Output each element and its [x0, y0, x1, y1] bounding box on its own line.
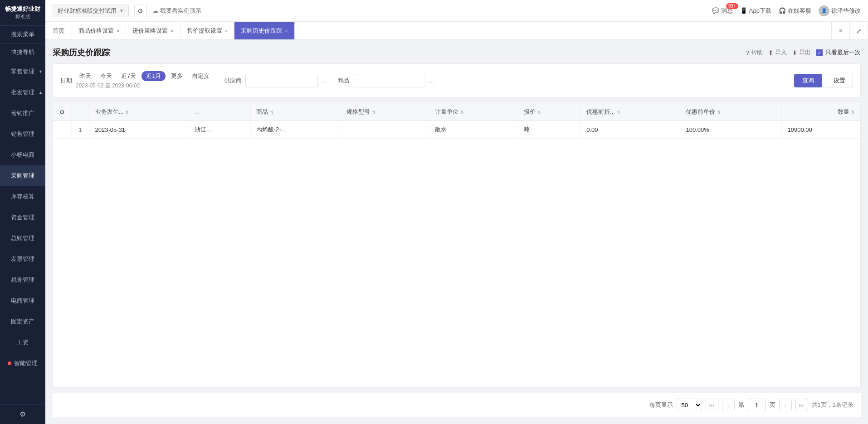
sidebar-item-marketing[interactable]: 营销推广 [0, 103, 45, 124]
th-pre-discount-price[interactable]: 优惠前单价 ⇅ [680, 103, 782, 121]
sidebar-item-wholesale[interactable]: 批发管理 [0, 82, 45, 103]
page-last-button[interactable]: ⏭ [795, 399, 808, 411]
supplier-ellipsis[interactable]: ... [322, 77, 327, 84]
th-biz-date-sort[interactable]: 业务发生... ⇅ [95, 108, 183, 116]
supplier-filter-group: 供应商 ... [224, 74, 327, 87]
tab-purchase-strategy-label: 进价策略设置 [132, 27, 168, 35]
sidebar-item-search[interactable]: 搜索菜单 [0, 26, 45, 43]
tab-goods-price-close[interactable]: × [117, 28, 119, 34]
only-last-check-icon[interactable]: ✓ [816, 49, 823, 56]
user-menu[interactable]: 👤 徐泽华修改 [819, 5, 861, 16]
topbar-gear-icon[interactable]: ⚙ [134, 5, 147, 17]
sidebar-item-retail[interactable]: 零售管理 [0, 61, 45, 82]
sidebar-item-inventory[interactable]: 库存核算 [0, 186, 45, 207]
tab-home[interactable]: 首页 [45, 22, 72, 39]
th-unit[interactable]: 计量单位 ⇅ [429, 103, 518, 121]
sidebar-item-general-ledger[interactable]: 总账管理 [0, 228, 45, 249]
tab-purchase-history[interactable]: 采购历史价跟踪 × [234, 22, 294, 39]
demo-label: 我要看实例演示 [160, 7, 201, 15]
import-icon: ⬆ [768, 49, 773, 56]
online-service-button[interactable]: 🎧 在线客服 [779, 7, 811, 15]
help-label: 帮助 [751, 48, 763, 57]
tab-purchase-history-label: 采购历史价跟踪 [241, 27, 282, 35]
sidebar-item-purchase[interactable]: 采购管理 [0, 165, 45, 186]
tab-purchase-history-close[interactable]: × [285, 28, 288, 34]
td-row-gear [53, 121, 71, 139]
help-link[interactable]: ? 帮助 [746, 48, 763, 57]
demo-button[interactable]: ☁ 我要看实例演示 [152, 7, 201, 15]
supplier-input[interactable] [245, 74, 318, 87]
th-qty[interactable]: 数量 ⇅ [782, 103, 860, 121]
th-price-sort[interactable]: 报价 ⇅ [524, 108, 575, 116]
sidebar-item-invoice[interactable]: 发票管理 [0, 249, 45, 270]
th-biz-date[interactable]: 业务发生... ⇅ [89, 103, 189, 121]
tab-sale-price-close[interactable]: × [225, 28, 228, 34]
service-label: 在线客服 [788, 7, 811, 15]
date-opt-7days[interactable]: 近7天 [117, 71, 140, 81]
tab-expand-button[interactable]: ⤢ [850, 22, 868, 39]
sidebar-item-ecommerce-small[interactable]: 小畅电商 [0, 145, 45, 165]
messages-button[interactable]: 💬 消息 99+ [712, 7, 733, 15]
th-spec[interactable]: 规格型号 ⇅ [341, 103, 429, 121]
tab-goods-price[interactable]: 商品价格设置 × [72, 22, 126, 39]
table-header-row: ⚙ 业务发生... ⇅ ... 商品 ⇅ [53, 103, 860, 121]
tab-purchase-strategy[interactable]: 进价策略设置 × [126, 22, 180, 39]
page-first-button[interactable]: ⏮ [706, 399, 718, 411]
query-button[interactable]: 查询 [794, 74, 822, 87]
td-unit: 散水 [429, 121, 518, 139]
date-opt-today[interactable]: 今天 [97, 71, 116, 81]
sort-icon-pre-discount-price: ⇅ [717, 110, 721, 115]
th-price[interactable]: 报价 ⇅ [518, 103, 580, 121]
only-last-checkbox[interactable]: ✓ 只看最后一次 [816, 48, 861, 57]
page-size-select[interactable]: 50 20 100 200 [677, 399, 702, 411]
help-icon: ? [746, 49, 749, 56]
tab-purchase-strategy-close[interactable]: × [171, 28, 173, 34]
date-opt-1month[interactable]: 近1月 [141, 71, 166, 81]
app-logo: 畅捷通好业财 标准版 [0, 0, 45, 26]
th-qty-sort[interactable]: 数量 ⇅ [787, 108, 855, 116]
export-link[interactable]: ⬇ 导出 [792, 48, 811, 57]
page-content: 采购历史价跟踪 ? 帮助 ⬆ 导入 ⬇ 导出 ✓ 只看最后一次 [45, 40, 868, 424]
page-next-button[interactable]: › [779, 399, 792, 411]
sidebar-item-fixed-assets[interactable]: 固定资产 [0, 311, 45, 332]
goods-input[interactable] [353, 74, 425, 87]
export-label: 导出 [799, 48, 811, 57]
sidebar-item-finance[interactable]: 资金管理 [0, 207, 45, 228]
topbar: 好业财标准版交付试用 ▼ ⚙ ☁ 我要看实例演示 💬 消息 99+ 📱 App下… [45, 0, 868, 22]
sidebar-item-sales[interactable]: 销售管理 [0, 124, 45, 145]
sidebar-item-tax[interactable]: 税务管理 [0, 270, 45, 290]
main-area: 好业财标准版交付试用 ▼ ⚙ ☁ 我要看实例演示 💬 消息 99+ 📱 App下… [45, 0, 868, 424]
version-selector[interactable]: 好业财标准版交付试用 ▼ [53, 5, 129, 17]
th-discount[interactable]: 优惠前折... ⇅ [581, 103, 680, 121]
th-discount-sort[interactable]: 优惠前折... ⇅ [586, 108, 674, 116]
sidebar-item-quicknav[interactable]: 快捷导航 [0, 43, 45, 61]
date-opt-more[interactable]: 更多 [167, 71, 186, 81]
tab-sale-price[interactable]: 售价提取设置 × [180, 22, 234, 39]
goods-ellipsis[interactable]: ... [429, 77, 434, 84]
th-goods-sort[interactable]: 商品 ⇅ [256, 108, 335, 116]
date-opt-custom[interactable]: 自定义 [188, 71, 213, 81]
only-last-label: 只看最后一次 [825, 48, 861, 57]
user-label: 徐泽华修改 [831, 7, 861, 15]
setting-button[interactable]: 设置 [826, 74, 853, 87]
settings-gear-icon[interactable]: ⚙ [4, 410, 42, 419]
th-spec-sort[interactable]: 规格型号 ⇅ [346, 108, 424, 116]
page-number-input[interactable] [748, 399, 766, 411]
sidebar-item-smart[interactable]: 智能管理 [0, 353, 45, 374]
th-goods[interactable]: 商品 ⇅ [250, 103, 341, 121]
page-prev-button[interactable]: ‹ [722, 399, 735, 411]
tab-sale-price-label: 售价提取设置 [187, 27, 222, 35]
tab-close-button[interactable]: × [832, 22, 850, 39]
th-pre-discount-price-sort[interactable]: 优惠前单价 ⇅ [686, 108, 776, 116]
goods-filter-label: 商品 [337, 77, 349, 85]
app-download-button[interactable]: 📱 App下载 [740, 7, 771, 15]
sidebar-item-ecommerce[interactable]: 电商管理 [0, 290, 45, 311]
import-link[interactable]: ⬆ 导入 [768, 48, 787, 57]
tab-home-label: 首页 [53, 27, 64, 35]
sidebar-item-salary[interactable]: 工资 [0, 332, 45, 353]
export-icon: ⬇ [792, 49, 797, 56]
phone-icon: 📱 [740, 7, 747, 14]
version-label: 好业财标准版交付试用 [58, 7, 117, 15]
th-unit-sort[interactable]: 计量单位 ⇅ [435, 108, 512, 116]
date-opt-yesterday[interactable]: 昨天 [76, 71, 95, 81]
